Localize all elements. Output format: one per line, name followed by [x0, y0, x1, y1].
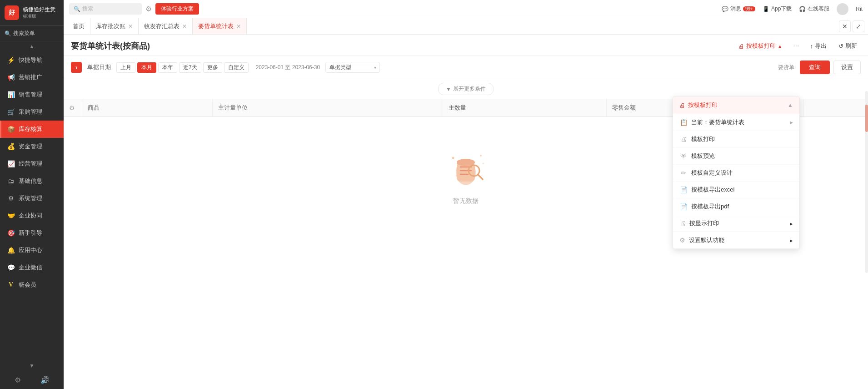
guide-icon: 🎯: [7, 229, 15, 237]
finance-icon: 💰: [7, 142, 15, 151]
export-btn[interactable]: ↑ 导出: [807, 40, 831, 52]
wechat-icon: 💬: [7, 263, 15, 272]
sidebar-search[interactable]: 🔍 搜索菜单: [0, 26, 64, 41]
dropdown-header[interactable]: 🖨 按模板打印 ▲: [673, 96, 799, 114]
sidebar-item-appstore[interactable]: 🔔 应用中心: [0, 242, 64, 259]
page-title: 要货单统计表(按商品): [71, 40, 150, 51]
close-batch-account-tab[interactable]: ✕: [128, 23, 133, 30]
svg-point-8: [452, 157, 454, 159]
tab-expand-btn[interactable]: ⤢: [853, 20, 864, 32]
sidebar-footer: ⚙ 🔊: [0, 371, 64, 389]
sidebar-scroll-down[interactable]: ▼: [0, 361, 64, 371]
sidebar-item-marketing[interactable]: 📢 营销推广: [0, 69, 64, 86]
messages-icon: 💬: [722, 6, 728, 12]
tab-collection-summary[interactable]: 收发存汇总表 ✕: [139, 18, 193, 35]
tab-close-btn[interactable]: ✕: [839, 20, 851, 32]
empty-text: 暂无数据: [453, 197, 479, 205]
avatar[interactable]: [837, 3, 848, 15]
search-icon: 🔍: [5, 30, 11, 37]
tab-batch-account[interactable]: 库存批次账 ✕: [90, 18, 139, 35]
tab-order-stats[interactable]: 要货单统计表 ✕: [193, 18, 247, 35]
close-order-stats-tab[interactable]: ✕: [236, 23, 241, 30]
date-7days-btn[interactable]: 近7天: [179, 62, 201, 73]
online-service-btn[interactable]: 🎧 在线客服: [799, 5, 829, 13]
close-collection-summary-tab[interactable]: ✕: [182, 23, 187, 30]
type-select[interactable]: 单据类型: [325, 62, 380, 73]
date-custom-btn[interactable]: 自定义: [224, 62, 249, 73]
date-filter-label: 单据日期: [87, 63, 111, 71]
sidebar-scroll-up[interactable]: ▲: [0, 41, 64, 51]
app-logo-text: 畅捷通好生意 标准版: [23, 6, 55, 20]
dropdown-template-design[interactable]: ✏ 模板自定义设计: [673, 165, 799, 182]
template-export-pdf-icon: 📄: [679, 203, 688, 210]
template-preview-icon: 👁: [679, 152, 688, 160]
dropdown-display-print-section[interactable]: 🖨 按显示打印 ▸: [673, 215, 799, 232]
sidebar-item-member[interactable]: V 畅会员: [0, 276, 64, 293]
page-content: 要货单统计表(按商品) 🖨 按模板打印 ▲ ··· ↑ 导出 ↺ 刷新: [64, 35, 868, 389]
system-icon: ⚙: [7, 194, 15, 202]
date-this-month-btn[interactable]: 本月: [137, 62, 156, 73]
trial-btn[interactable]: 体验行业方案: [155, 3, 199, 15]
default-setting-icon: ⚙: [679, 237, 685, 244]
operations-icon: 📈: [7, 160, 15, 168]
purchase-icon: 🛒: [7, 108, 15, 116]
svg-point-9: [480, 155, 482, 157]
dropdown-default-setting-section[interactable]: ⚙ 设置默认功能 ▸: [673, 232, 799, 249]
right-scrollbar[interactable]: [865, 91, 868, 273]
sidebar: 好 畅捷通好生意 标准版 🔍 搜索菜单 ▲ ⚡ 快捷导航 📢 营销推广 📊 销售…: [0, 0, 64, 389]
sidebar-item-inventory[interactable]: 📦 库存核算: [0, 121, 64, 138]
more-actions-btn[interactable]: ···: [790, 41, 802, 51]
sidebar-item-wechat[interactable]: 💬 企业微信: [0, 259, 64, 276]
table-col-product: 商品: [82, 99, 212, 117]
topbar-search-box[interactable]: 🔍 搜索: [69, 3, 142, 15]
sidebar-item-basic[interactable]: 🗂 基础信息: [0, 172, 64, 190]
date-more-btn[interactable]: 更多: [203, 62, 222, 73]
date-last-month-btn[interactable]: 上月: [116, 62, 135, 73]
app-download-icon: 📱: [763, 6, 769, 12]
printer-icon: 🖨: [738, 43, 744, 50]
topbar: 🔍 搜索 ⚙ 体验行业方案 💬 消息 99+ 📱 App下载 🎧 在线客服 Ri…: [64, 0, 868, 18]
sidebar-item-sales[interactable]: 📊 销售管理: [0, 86, 64, 103]
dropdown-template-print[interactable]: 🖨 模板打印: [673, 131, 799, 148]
topbar-right: 💬 消息 99+ 📱 App下载 🎧 在线客服 Rit: [722, 3, 863, 15]
sidebar-item-operations[interactable]: 📈 经营管理: [0, 155, 64, 172]
expand-more-btn[interactable]: ▼ 展开更多条件: [438, 83, 494, 95]
refresh-btn[interactable]: ↺ 刷新: [835, 40, 861, 52]
date-this-year-btn[interactable]: 本年: [158, 62, 177, 73]
topbar-search-icon: 🔍: [74, 6, 80, 12]
svg-point-10: [482, 163, 484, 164]
dropdown-close-icon[interactable]: ▲: [788, 102, 793, 108]
page-title-bar: 要货单统计表(按商品) 🖨 按模板打印 ▲ ··· ↑ 导出 ↺ 刷新: [64, 35, 868, 56]
sidebar-item-system[interactable]: ⚙ 系统管理: [0, 190, 64, 207]
print-template-btn[interactable]: 🖨 按模板打印 ▲: [735, 40, 786, 52]
date-btns: 上月 本月 本年 近7天 更多 自定义: [116, 62, 249, 73]
sidebar-settings-btn[interactable]: ⚙: [15, 376, 21, 384]
sidebar-item-finance[interactable]: 💰 资金管理: [0, 138, 64, 155]
dropdown-current-template[interactable]: 📋 当前：要货单统计表 ▸: [673, 114, 799, 131]
dropdown-template-export-pdf[interactable]: 📄 按模板导出pdf: [673, 198, 799, 215]
query-btn[interactable]: 查询: [800, 61, 830, 74]
sidebar-item-guide[interactable]: 🎯 新手引导: [0, 224, 64, 242]
table-col-unit: 主计量单位: [212, 99, 443, 117]
sales-icon: 📊: [7, 91, 15, 99]
sidebar-nav: ⚡ 快捷导航 📢 营销推广 📊 销售管理 🛒 采购管理 📦 库存核算 💰 资金管…: [0, 51, 64, 361]
toolbar-right: 查询 设置: [800, 61, 861, 74]
messages-btn[interactable]: 💬 消息 99+: [722, 5, 755, 13]
dropdown-template-export-excel[interactable]: 📄 按模板导出excel: [673, 182, 799, 198]
dropdown-template-preview[interactable]: 👁 模板预览: [673, 148, 799, 165]
sidebar-item-quick-nav[interactable]: ⚡ 快捷导航: [0, 51, 64, 69]
main-content: 🔍 搜索 ⚙ 体验行业方案 💬 消息 99+ 📱 App下载 🎧 在线客服 Ri…: [64, 0, 868, 389]
app-download-btn[interactable]: 📱 App下载: [763, 5, 792, 13]
tab-home[interactable]: 首页: [67, 18, 90, 35]
setting-btn[interactable]: 设置: [833, 61, 861, 74]
sidebar-item-purchase[interactable]: 🛒 采购管理: [0, 103, 64, 121]
template-design-icon: ✏: [679, 169, 688, 177]
sidebar-item-collab[interactable]: 🤝 企业协同: [0, 207, 64, 224]
topbar-gear-icon[interactable]: ⚙: [145, 5, 152, 13]
sidebar-audio-btn[interactable]: 🔊: [40, 376, 50, 384]
refresh-icon: ↺: [838, 43, 843, 50]
table-settings-icon[interactable]: ⚙: [69, 104, 75, 111]
order-type-tag: 要货单: [778, 64, 794, 71]
filter-expand-btn[interactable]: ›: [71, 62, 82, 73]
basic-icon: 🗂: [7, 177, 15, 185]
